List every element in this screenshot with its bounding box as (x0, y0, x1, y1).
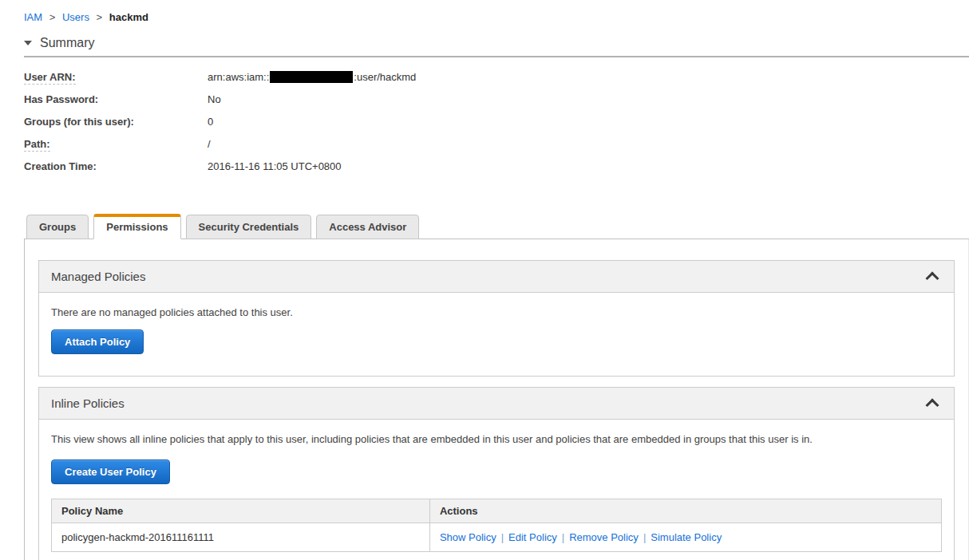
tab-access-advisor[interactable]: Access Advisor (316, 215, 419, 239)
managed-policies-empty-text: There are no managed policies attached t… (51, 306, 942, 318)
inline-policies-body: This view shows all inline policies that… (39, 420, 954, 560)
breadcrumb-link-users[interactable]: Users (62, 11, 89, 23)
groups-label-text: Groups (for this user): (24, 116, 134, 128)
inline-policies-header[interactable]: Inline Policies (39, 388, 954, 420)
summary-fields: User ARN: arn:aws:iam:::user/hackmd Has … (24, 70, 969, 174)
arn-suffix-text: :user/hackmd (354, 71, 416, 83)
field-row-groups: Groups (for this user): 0 (24, 115, 969, 129)
breadcrumb-separator: > (97, 11, 103, 23)
managed-policies-section: Managed Policies There are no managed po… (38, 260, 955, 377)
action-separator: | (501, 531, 504, 543)
iam-user-detail-page: IAM > Users > hackmd Summary User ARN: a… (0, 0, 969, 560)
field-label-path: Path: (24, 137, 208, 152)
field-value-groups: 0 (208, 115, 213, 129)
field-row-creation-time: Creation Time: 2016-11-16 11:05 UTC+0800 (24, 160, 969, 174)
show-policy-link[interactable]: Show Policy (440, 531, 496, 543)
column-header-policy-name: Policy Name (52, 499, 430, 523)
policy-name-cell: policygen-hackmd-201611161111 (52, 523, 430, 552)
breadcrumb-separator: > (49, 11, 56, 23)
field-value-has-password: No (208, 93, 221, 107)
action-separator: | (643, 531, 646, 543)
edit-policy-link[interactable]: Edit Policy (508, 531, 557, 543)
arn-prefix-text: arn:aws:iam:: (208, 71, 269, 83)
field-label-groups: Groups (for this user): (24, 115, 208, 129)
collapse-triangle-icon (24, 41, 32, 45)
field-label-user-arn: User ARN: (24, 70, 208, 85)
tab-groups[interactable]: Groups (26, 215, 89, 239)
create-user-policy-button[interactable]: Create User Policy (51, 459, 170, 484)
path-label-text: Path: (24, 138, 50, 152)
managed-policies-header[interactable]: Managed Policies (39, 261, 954, 293)
managed-policies-title: Managed Policies (51, 270, 145, 283)
inline-policies-table: Policy Name Actions policygen-hackmd-201… (51, 499, 942, 552)
permissions-tab-panel: Managed Policies There are no managed po… (24, 239, 969, 560)
remove-policy-link[interactable]: Remove Policy (569, 531, 639, 543)
breadcrumb-link-iam[interactable]: IAM (24, 11, 42, 23)
creation-time-label-text: Creation Time: (24, 160, 97, 172)
inline-policies-description: This view shows all inline policies that… (51, 433, 942, 445)
column-header-actions: Actions (429, 499, 941, 523)
field-row-path: Path: / (24, 137, 969, 152)
action-separator: | (562, 531, 564, 543)
user-arn-label-text: User ARN: (24, 71, 76, 85)
field-row-has-password: Has Password: No (24, 93, 969, 107)
simulate-policy-link[interactable]: Simulate Policy (651, 531, 722, 543)
breadcrumb-current-user: hackmd (109, 11, 148, 23)
table-header-row: Policy Name Actions (52, 499, 942, 523)
actions-cell: Show Policy|Edit Policy|Remove Policy|Si… (429, 523, 941, 552)
field-row-user-arn: User ARN: arn:aws:iam:::user/hackmd (24, 70, 969, 85)
inline-policies-title: Inline Policies (51, 396, 125, 410)
breadcrumb: IAM > Users > hackmd (24, 11, 969, 23)
field-value-creation-time: 2016-11-16 11:05 UTC+0800 (208, 160, 342, 174)
chevron-up-icon[interactable] (926, 271, 939, 285)
attach-policy-button[interactable]: Attach Policy (51, 329, 144, 354)
inline-policies-section: Inline Policies This view shows all inli… (38, 387, 955, 560)
redacted-account-id-box (270, 71, 353, 83)
tab-permissions[interactable]: Permissions (93, 214, 180, 239)
summary-title: Summary (40, 36, 94, 50)
field-value-path: / (208, 137, 211, 152)
field-value-user-arn: arn:aws:iam:::user/hackmd (208, 70, 416, 85)
table-row: policygen-hackmd-201611161111 Show Polic… (52, 523, 942, 552)
tab-security-credentials[interactable]: Security Credentials (186, 215, 312, 239)
field-label-has-password: Has Password: (24, 93, 208, 107)
field-label-creation-time: Creation Time: (24, 160, 208, 174)
summary-divider (24, 56, 969, 57)
tab-strip: Groups Permissions Security Credentials … (24, 214, 969, 239)
has-password-label-text: Has Password: (24, 93, 98, 105)
chevron-up-icon[interactable] (926, 398, 939, 412)
managed-policies-body: There are no managed policies attached t… (39, 293, 954, 376)
summary-section-toggle[interactable]: Summary (24, 36, 969, 50)
